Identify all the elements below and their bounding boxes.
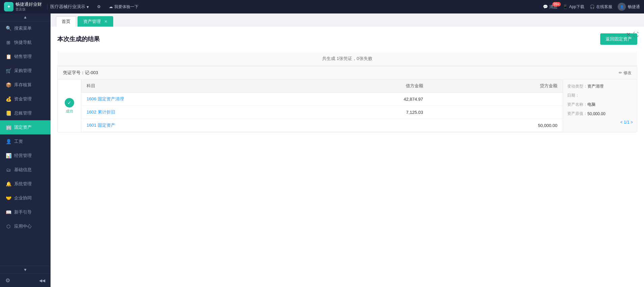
app-download-label: App下载 (569, 4, 584, 10)
sidebar-item-finance[interactable]: 💰 资金管理 (0, 92, 51, 106)
asset-name-label: 资产名称： (567, 102, 587, 107)
app-download-action[interactable]: 📱 App下载 (563, 4, 584, 10)
sidebar-item-business[interactable]: 📊 经营管理 (0, 149, 51, 163)
tab-home[interactable]: 首页 (56, 16, 76, 27)
pagination-next-icon[interactable]: > (631, 120, 633, 125)
online-service-action[interactable]: 🎧 在线客服 (590, 4, 612, 10)
avatar: 👤 (618, 3, 626, 11)
sidebar-item-label: 库存核算 (14, 82, 32, 88)
expand-panel-btn[interactable]: ⛶ (633, 32, 639, 37)
sidebar-item-system[interactable]: 🔔 系统管理 (0, 177, 51, 191)
edit-voucher-button[interactable]: ✏ 修改 (619, 70, 632, 76)
message-action[interactable]: 💬 消息 99+ (543, 4, 557, 10)
tab-close-icon[interactable]: ✕ (104, 19, 108, 24)
credit-cell-1606 (429, 93, 563, 106)
sidebar-item-purchase[interactable]: 🛒 采购管理 (0, 64, 51, 78)
subject-link-1606[interactable]: 1606 固定资产清理 (87, 96, 124, 101)
asset-value-row: 资产原值： 50,000.00 (567, 111, 633, 117)
app-center-icon: ⬡ (5, 224, 11, 229)
sidebar-item-quick-nav[interactable]: ⊞ 快捷导航 (0, 35, 51, 50)
date-row: 日期： (567, 93, 633, 98)
summary-text: 共生成 1张凭证，0张失败 (322, 56, 372, 61)
tab-asset-mgmt[interactable]: 资产管理 ✕ (78, 16, 113, 27)
success-indicator: ✓ 成功 (65, 98, 74, 114)
sidebar-item-label: 系统管理 (14, 181, 32, 187)
side-info-panel: 变动类型： 资产清理 日期： 资产名称： 电脑 资产原值： (563, 79, 637, 132)
sidebar-item-label: 工资 (14, 138, 23, 145)
brand-icon: ✦ (4, 2, 13, 11)
user-info[interactable]: 👤 畅捷通 (618, 3, 640, 11)
col-debit: 借方金额 (294, 79, 428, 93)
sidebar-item-label: 基础信息 (14, 167, 32, 173)
basic-info-icon: 🗂 (5, 167, 11, 172)
username: 畅捷通 (628, 4, 640, 10)
message-badge: 99+ (552, 2, 561, 6)
home-icon: ⊞ (5, 40, 11, 45)
scroll-down-icon[interactable]: ▼ (23, 267, 27, 272)
sidebar-item-payroll[interactable]: 👤 工资 (0, 134, 51, 149)
date-label: 日期： (567, 93, 587, 98)
table-with-icon: ✓ 成功 科目 借方金额 贷方金额 (58, 79, 563, 132)
credit-cell-1601: 50,000.00 (429, 119, 563, 132)
experience-btn[interactable]: ☁ 我要体验一下 (106, 3, 141, 11)
credit-cell-1602 (429, 106, 563, 119)
sidebar-item-app-center[interactable]: ⬡ 应用中心 (0, 219, 51, 233)
tab-home-label: 首页 (62, 19, 70, 24)
settings-footer-icon[interactable]: ⚙ (5, 277, 10, 284)
status-icon-col: ✓ 成功 (58, 79, 81, 132)
header-left: ✦ 畅捷通好业财 普及版 医疗器械行业演示 ▾ ⚙ ☁ 我要体验一下 (4, 2, 141, 12)
subject-link-1601[interactable]: 1601 固定资产 (87, 123, 115, 128)
purchase-icon: 🛒 (5, 68, 11, 73)
debit-cell-1601 (294, 119, 428, 132)
collapse-sidebar-btn[interactable]: ◀◀ (39, 278, 45, 283)
top-header: ✦ 畅捷通好业财 普及版 医疗器械行业演示 ▾ ⚙ ☁ 我要体验一下 💬 消息 … (0, 0, 644, 13)
main-layout: ▲ 🔍 搜索菜单 ⊞ 快捷导航 📋 销售管理 🛒 采购管理 📦 库存核算 (0, 13, 644, 287)
inventory-icon: 📦 (5, 82, 11, 88)
asset-value-label: 资产原值： (567, 111, 587, 117)
page-header: 本次生成的结果 返回固定资产 (57, 33, 637, 45)
change-type-label: 变动类型： (567, 84, 587, 89)
side-pagination[interactable]: < 1/1 > (567, 120, 633, 125)
brand-logo: ✦ 畅捷通好业财 普及版 (4, 2, 42, 12)
sidebar-item-label: 固定资产 (14, 124, 32, 130)
sidebar-item-sales[interactable]: 📋 销售管理 (0, 50, 51, 64)
table-main: 科目 借方金额 贷方金额 1606 固定资产清理 42,874.97 (81, 79, 563, 132)
edit-icon: ✏ (619, 70, 622, 75)
search-icon: 🔍 (5, 26, 11, 31)
sidebar-item-guide[interactable]: 📖 新手引导 (0, 205, 51, 219)
debit-cell-1602: 7,125.03 (294, 106, 428, 119)
summary-bar: 共生成 1张凭证，0张失败 (57, 52, 637, 66)
close-panel-btn[interactable]: ✕ (626, 32, 631, 37)
sidebar-item-label: 采购管理 (14, 68, 32, 74)
sidebar-item-ledger[interactable]: 📒 总账管理 (0, 106, 51, 120)
sidebar-item-basic-info[interactable]: 🗂 基础信息 (0, 163, 51, 177)
sidebar-item-label: 经营管理 (14, 153, 32, 159)
settings-icon: ⚙ (97, 4, 101, 9)
sidebar-item-label: 总账管理 (14, 110, 32, 116)
scroll-up-icon[interactable]: ▲ (23, 15, 27, 20)
change-type-value: 资产清理 (587, 84, 604, 89)
settings-btn[interactable]: ⚙ (94, 3, 103, 10)
panel-controls: ✕ ⛶ (626, 32, 639, 37)
edit-label: 修改 (623, 70, 632, 76)
sales-icon: 📋 (5, 54, 11, 59)
subject-link-1602[interactable]: 1602 累计折旧 (87, 109, 115, 115)
cooperation-icon: 🤝 (5, 195, 11, 201)
sidebar-item-inventory[interactable]: 📦 库存核算 (0, 78, 51, 92)
company-selector[interactable]: 医疗器械行业演示 ▾ (47, 4, 92, 10)
sidebar-item-cooperation[interactable]: 🤝 企业协同 (0, 191, 51, 205)
sidebar-footer: ⚙ ◀◀ (0, 274, 51, 287)
guide-icon: 📖 (5, 210, 11, 215)
payroll-icon: 👤 (5, 139, 11, 144)
sidebar-item-label: 搜索菜单 (14, 25, 32, 31)
company-name: 医疗器械行业演示 (50, 4, 85, 10)
asset-name-row: 资产名称： 电脑 (567, 102, 633, 107)
sidebar-item-search[interactable]: 🔍 搜索菜单 (0, 21, 51, 35)
sidebar-item-label: 销售管理 (14, 54, 32, 60)
voucher-header: 凭证字号：记-003 ✏ 修改 (58, 66, 637, 79)
online-service-label: 在线客服 (596, 4, 612, 10)
asset-name-value: 电脑 (587, 102, 595, 107)
finance-icon: 💰 (5, 96, 11, 102)
pagination-prev-icon[interactable]: < (620, 120, 623, 125)
sidebar-item-fixed-assets[interactable]: 🏢 固定资产 (0, 120, 51, 134)
